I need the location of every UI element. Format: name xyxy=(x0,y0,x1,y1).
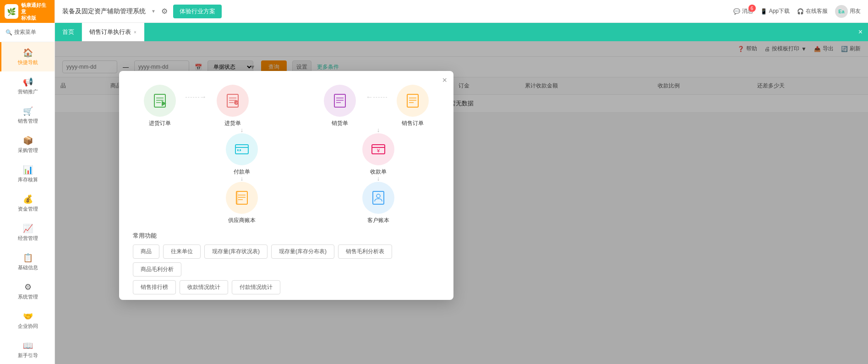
func-btn-0[interactable]: 商品 xyxy=(133,244,159,259)
sidebar-item-label: 营销推广 xyxy=(18,88,38,95)
search-menu-button[interactable]: 🔍 搜索菜单 xyxy=(4,27,51,38)
sidebar-item-label: 系统管理 xyxy=(18,293,38,300)
sidebar-item-purchase[interactable]: 📦 采购管理 xyxy=(0,130,55,159)
tab-sales-label: 销售订单执行表 xyxy=(89,28,131,36)
flow-node-receipt[interactable]: ¥ 收款单 xyxy=(351,133,406,176)
sidebar-item-label: 基础信息 xyxy=(18,264,38,271)
supplier-ledger-label: 供应商账本 xyxy=(228,217,256,224)
down-arrow-pay: ↓ xyxy=(214,175,269,182)
tab-close-icon[interactable]: × xyxy=(134,30,136,35)
sidebar-item-sales[interactable]: 🛒 销售管理 xyxy=(0,101,55,130)
tab-home-label: 首页 xyxy=(62,28,74,36)
purchase-icon: 📦 xyxy=(23,136,33,146)
svg-text:¥: ¥ xyxy=(377,148,380,153)
svg-rect-11 xyxy=(334,94,345,107)
sidebar-search[interactable]: 🔍 搜索菜单 xyxy=(0,23,55,42)
receipt-circle: ¥ xyxy=(362,133,394,165)
app-download-action[interactable]: 📱 App下载 xyxy=(760,7,790,15)
func-btn-5[interactable]: 商品毛利分析 xyxy=(133,262,181,277)
svg-rect-15 xyxy=(407,94,418,107)
user-name: 用友 xyxy=(850,7,861,15)
down-arrow-so: ↓ xyxy=(351,126,406,133)
flow-section: 进货订单 → ✓ xyxy=(133,85,440,224)
system-icon: ⚙ xyxy=(24,282,32,292)
svg-point-32 xyxy=(377,194,380,198)
flow-node-sales-order[interactable]: 销售订单 xyxy=(386,85,440,127)
sidebar-item-quick-nav[interactable]: 🏠 快捷导航 xyxy=(0,42,55,71)
svg-rect-19 xyxy=(235,145,248,154)
app-download-label: App下载 xyxy=(769,7,790,15)
flow-node-purchase-order[interactable]: 进货订单 xyxy=(133,85,186,127)
try-button[interactable]: 体验行业方案 xyxy=(173,5,222,18)
sales-bill-circle xyxy=(324,85,356,117)
purchase-order-circle xyxy=(144,85,176,117)
sidebar-item-label: 快捷导航 xyxy=(18,59,38,66)
flow-node-sales-bill[interactable]: 销货单 xyxy=(313,85,367,127)
supplier-ledger-circle xyxy=(226,182,258,214)
sidebar-item-inventory[interactable]: 📊 库存核算 xyxy=(0,159,55,189)
sales-bill-label: 销货单 xyxy=(332,120,348,127)
flow-node-purchase-bill[interactable]: ✓ 进货单 xyxy=(206,85,259,127)
sidebar-item-label: 资金管理 xyxy=(18,206,38,212)
close-all-button[interactable]: × xyxy=(853,23,868,41)
svg-text:¥: ¥ xyxy=(237,147,240,152)
func-btn-8[interactable]: 付款情况统计 xyxy=(232,280,280,294)
svg-text:✓: ✓ xyxy=(235,101,238,104)
modal-box: × 进货订单 xyxy=(119,71,453,300)
sidebar-nav: 🏠 快捷导航 📢 营销推广 🛒 销售管理 📦 采购管理 📊 库存核算 💰 xyxy=(0,42,55,364)
modal-close-button[interactable]: × xyxy=(442,76,447,85)
sidebar-item-label: 采购管理 xyxy=(18,147,38,154)
flow-node-payment[interactable]: ¥ 付款单 xyxy=(214,133,269,176)
func-btn-2[interactable]: 现存量(库存状况表) xyxy=(204,244,267,259)
sidebar-item-label: 经营管理 xyxy=(18,235,38,242)
system-title: 装备及固定资产辅助管理系统 xyxy=(62,7,146,16)
settings-icon[interactable]: ⚙ xyxy=(161,7,168,16)
sidebar-item-operation[interactable]: 📈 经营管理 xyxy=(0,218,55,247)
sidebar: 🌿 畅康通好生意 标准版 🔍 搜索菜单 🏠 快捷导航 📢 营销推广 🛒 xyxy=(0,0,55,364)
guide-icon: 📖 xyxy=(23,341,33,351)
app-logo: 🌿 畅康通好生意 标准版 xyxy=(0,0,55,23)
modal-overlay[interactable]: × 进货订单 xyxy=(55,41,868,364)
func-btn-4[interactable]: 销售毛利分析表 xyxy=(338,244,392,259)
operation-icon: 📈 xyxy=(23,223,33,234)
headset-icon: 🎧 xyxy=(797,8,804,15)
tab-sales-order-exec[interactable]: 销售订单执行表 × xyxy=(82,23,144,41)
flow-node-customer-ledger[interactable]: 客户账本 xyxy=(351,182,406,224)
func-btn-6[interactable]: 销售排行榜 xyxy=(133,280,176,294)
purchase-order-label: 进货订单 xyxy=(149,120,171,127)
flow-node-supplier-ledger[interactable]: 供应商账本 xyxy=(214,182,269,224)
header-actions: 💬 消息 6 📱 App下载 🎧 在线客服 Ea 用友 xyxy=(733,5,861,18)
func-btn-1[interactable]: 往来单位 xyxy=(163,244,201,259)
func-buttons: 商品往来单位现存量(库存状况表)现存量(库存分布表)销售毛利分析表商品毛利分析 xyxy=(133,244,440,277)
func-buttons-row2: 销售排行榜收款情况统计付款情况统计 xyxy=(133,280,440,294)
logo-icon: 🌿 xyxy=(5,4,18,19)
inventory-icon: 📊 xyxy=(23,165,33,175)
tab-home[interactable]: 首页 xyxy=(55,23,82,41)
sales-order-circle xyxy=(397,85,429,117)
sidebar-item-marketing[interactable]: 📢 营销推广 xyxy=(0,71,55,101)
common-func-section: 常用功能 商品往来单位现存量(库存状况表)现存量(库存分布表)销售毛利分析表商品… xyxy=(133,232,440,294)
purchase-bill-circle: ✓ xyxy=(217,85,249,117)
message-badge: 6 xyxy=(748,5,756,12)
user-action[interactable]: Ea 用友 xyxy=(835,5,861,18)
sidebar-item-collab[interactable]: 🤝 企业协同 xyxy=(0,306,55,335)
system-dropdown-arrow[interactable]: ▼ xyxy=(151,9,156,14)
down-arrow-pb: ↓ xyxy=(214,126,269,133)
tab-bar: 首页 销售订单执行表 × × xyxy=(55,23,868,41)
sidebar-item-basic[interactable]: 📋 基础信息 xyxy=(0,247,55,277)
message-action[interactable]: 💬 消息 6 xyxy=(733,7,753,15)
func-btn-7[interactable]: 收款情况统计 xyxy=(180,280,228,294)
sidebar-item-guide[interactable]: 📖 新手引导 xyxy=(0,335,55,364)
main-content: 装备及固定资产辅助管理系统 ▼ ⚙ 体验行业方案 💬 消息 6 📱 App下载 … xyxy=(55,0,868,364)
sidebar-item-system[interactable]: ⚙ 系统管理 xyxy=(0,277,55,306)
arrow-so-sb: ← xyxy=(366,85,387,101)
sidebar-item-finance[interactable]: 💰 资金管理 xyxy=(0,189,55,218)
logo-text: 畅康通好生意 标准版 xyxy=(21,2,50,22)
online-service-action[interactable]: 🎧 在线客服 xyxy=(797,7,828,15)
phone-icon: 📱 xyxy=(760,8,767,15)
func-btn-3[interactable]: 现存量(库存分布表) xyxy=(271,244,334,259)
common-func-title: 常用功能 xyxy=(133,232,440,240)
customer-ledger-circle xyxy=(362,182,394,214)
down-arrow-rec: ↓ xyxy=(351,175,406,182)
collab-icon: 🤝 xyxy=(23,311,33,321)
